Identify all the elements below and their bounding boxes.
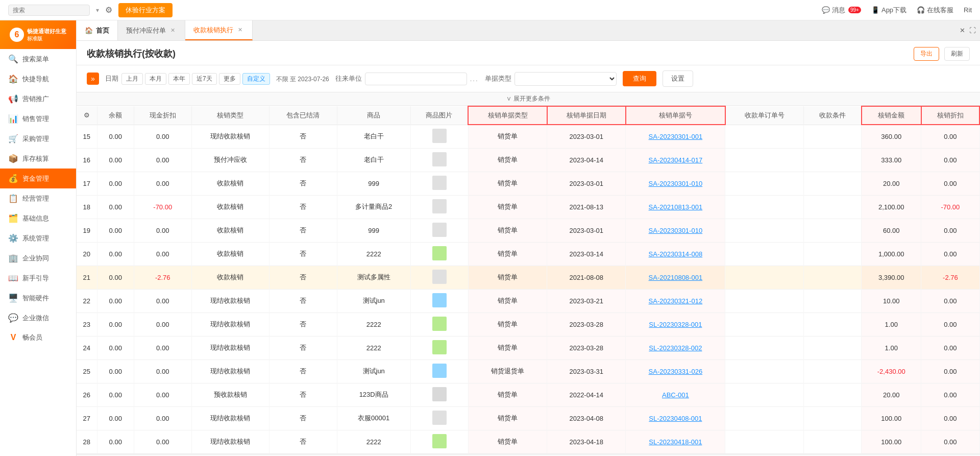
industry-btn[interactable]: 休验行业方案 [118, 3, 173, 17]
sidebar-item-basic-info[interactable]: 🗂️ 基础信息 [0, 208, 76, 228]
cell-cancel-amt: 60.00 [862, 219, 921, 242]
cell-bill-no[interactable]: SA-20230301-010 [626, 172, 725, 195]
bill-type-select[interactable] [514, 72, 617, 86]
refresh-btn[interactable]: 刷新 [944, 47, 970, 61]
top-settings-icon[interactable]: ⚙ [105, 5, 112, 15]
system-icon: ⚙️ [8, 233, 18, 243]
filter-expand-btn[interactable]: » [87, 73, 99, 85]
cell-bill-no[interactable]: SL-20230408-001 [626, 406, 725, 430]
sidebar-item-vip[interactable]: V 畅会员 [0, 328, 76, 347]
cell-goods: 老白干 [337, 148, 410, 172]
cell-goods-img [410, 383, 468, 406]
sidebar-item-smart-hw[interactable]: 🖥️ 智能硬件 [0, 288, 76, 308]
cell-bill-no[interactable]: SA-20210813-001 [626, 195, 725, 219]
top-search-input[interactable] [8, 5, 90, 16]
content-area: 收款核销执行(按收款) 导出 刷新 » 日期 上月 本月 [77, 41, 980, 456]
sidebar-item-wechat[interactable]: 💬 企业微信 [0, 308, 76, 328]
cell-settled: 否 [270, 219, 337, 242]
cell-bill-no[interactable]: SA-20230301-001 [626, 125, 725, 148]
sidebar-item-system[interactable]: ⚙️ 系统管理 [0, 228, 76, 248]
export-btn[interactable]: 导出 [914, 47, 939, 61]
cell-type: 预收款核销 [191, 383, 270, 406]
col-settings[interactable]: ⚙ [77, 106, 97, 125]
cell-bill-type: 销货单 [468, 406, 547, 430]
cell-bill-no[interactable]: SA-20230414-017 [626, 148, 725, 172]
user-name[interactable]: Rit [964, 6, 972, 14]
date-7days[interactable]: 近7天 [192, 73, 217, 85]
cell-bill-no[interactable]: SA-20230314-008 [626, 242, 725, 266]
notification-btn[interactable]: 💬 消息 99+ [822, 6, 861, 15]
date-last-month[interactable]: 上月 [121, 73, 143, 85]
sidebar-item-finance[interactable]: 💰 资金管理 [0, 169, 76, 188]
expand-more-bar[interactable]: ∨ 展开更多条件 [77, 92, 980, 106]
inventory-icon: 📦 [8, 154, 18, 163]
tab-collection-close[interactable]: ✕ [236, 26, 244, 34]
cell-goods: 123D商品 [337, 383, 410, 406]
cell-goods-img [410, 406, 468, 430]
sidebar-item-search-menu[interactable]: 🔍 搜索菜单 [0, 49, 76, 69]
sidebar-item-purchase[interactable]: 🛒 采购管理 [0, 129, 76, 149]
cell-goods-img [410, 430, 468, 453]
cell-bill-no[interactable]: SA-20230301-010 [626, 219, 725, 242]
cell-bill-no[interactable]: SA-20230321-012 [626, 289, 725, 313]
cell-cancel-amt: 1.00 [862, 336, 921, 359]
partner-input[interactable] [365, 73, 467, 85]
sidebar-item-sales[interactable]: 📊 销售管理 [0, 109, 76, 129]
date-custom[interactable]: 自定义 [242, 73, 270, 85]
cell-cash-discount: 0.00 [134, 430, 191, 453]
tab-prepay-close[interactable]: ✕ [169, 27, 177, 34]
tab-prepay[interactable]: 预付冲应付单 ✕ [118, 20, 185, 40]
expand-more-icon: ∨ [506, 95, 511, 102]
cell-bill-date: 2023-03-28 [547, 313, 626, 336]
sidebar-item-label: 库存核算 [22, 154, 49, 163]
sidebar-item-quick-nav[interactable]: 🏠 快捷导航 [0, 69, 76, 89]
table-container[interactable]: ⚙ 余额 现金折扣 核销类型 包含已结清 商品 商品图片 核销单据类型 核销单据… [77, 106, 980, 456]
cell-goods: 999 [337, 172, 410, 195]
table-row: 19 0.00 0.00 收款核销 否 999 销货单 2023-03-01 S… [77, 219, 979, 242]
table-row: 24 0.00 0.00 现结收款核销 否 2222 销货单 2023-03-2… [77, 336, 979, 359]
sidebar-item-marketing[interactable]: 📢 营销推广 [0, 89, 76, 109]
cell-bill-no[interactable]: SL-20230328-002 [626, 336, 725, 359]
cell-settled: 否 [270, 266, 337, 289]
app-download-btn[interactable]: 📱 App下载 [871, 6, 906, 15]
cell-settled: 否 [270, 383, 337, 406]
online-service-btn[interactable]: 🎧 在线客服 [917, 6, 953, 15]
cell-type: 现结收款核销 [191, 125, 270, 148]
tab-home[interactable]: 🏠 首页 [77, 20, 118, 40]
top-search-chevron[interactable]: ▾ [96, 7, 99, 14]
table-row: 25 0.00 0.00 现结收款核销 否 测试jun 销货退货单 2023-0… [77, 359, 979, 383]
filter-bill-type-group: 单据类型 [485, 72, 617, 86]
cell-bill-no[interactable]: SA-20230331-026 [626, 359, 725, 383]
sidebar-item-inventory[interactable]: 📦 库存核算 [0, 149, 76, 169]
cell-type: 现结收款核销 [191, 430, 270, 453]
filter-settings-btn[interactable]: 设置 [663, 70, 693, 87]
tab-expand-icon[interactable]: ⛶ [969, 27, 976, 34]
cell-bill-no[interactable]: SL-20230418-001 [626, 430, 725, 453]
cell-bill-no[interactable]: SA-20210808-001 [626, 266, 725, 289]
cell-cash-discount: 0.00 [134, 359, 191, 383]
sales-icon: 📊 [8, 114, 18, 124]
query-btn[interactable]: 查询 [623, 71, 656, 86]
col-bill-no: 核销单据号 [626, 106, 725, 125]
date-this-year[interactable]: 本年 [168, 73, 190, 85]
sidebar-item-label: 采购管理 [22, 134, 49, 143]
data-table: ⚙ 余额 现金折扣 核销类型 包含已结清 商品 商品图片 核销单据类型 核销单据… [77, 106, 980, 454]
wechat-icon: 💬 [8, 313, 18, 323]
cell-bill-type: 销货单 [468, 219, 547, 242]
cell-receipt-cond [803, 430, 861, 453]
date-more[interactable]: 更多 [219, 73, 240, 85]
sidebar-item-enterprise[interactable]: 🏢 企业协同 [0, 248, 76, 268]
tab-close-icon[interactable]: ✕ [960, 27, 965, 34]
date-this-month[interactable]: 本月 [145, 73, 166, 85]
cell-receipt-cond [803, 242, 861, 266]
cell-balance: 0.00 [97, 359, 134, 383]
cell-type: 现结收款核销 [191, 313, 270, 336]
cell-bill-no[interactable]: SL-20230328-001 [626, 313, 725, 336]
cell-bill-no[interactable]: ABC-001 [626, 383, 725, 406]
sidebar-item-guide[interactable]: 📖 新手引导 [0, 268, 76, 288]
cell-receipt-no [725, 359, 803, 383]
sidebar-item-operations[interactable]: 📋 经营管理 [0, 188, 76, 208]
tab-collection[interactable]: 收款核销执行 ✕ [185, 20, 253, 40]
cell-cancel-amt: -2,430.00 [862, 359, 921, 383]
cell-bill-type: 销货单 [468, 430, 547, 453]
